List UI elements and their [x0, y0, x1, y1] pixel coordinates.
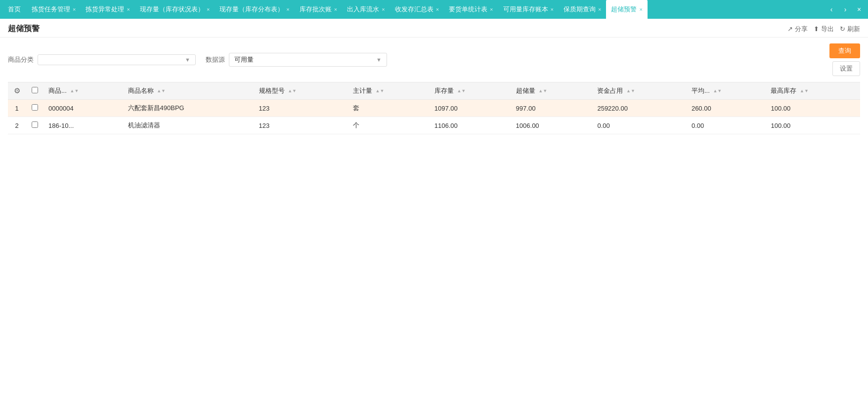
datasource-value: 可用量 — [234, 55, 376, 64]
sort-icon-spec: ▲▼ — [288, 89, 297, 93]
top-navigation: 首页 拣货任务管理 × 拣货异常处理 × 现存量（库存状况表） × 现存量（库存… — [0, 0, 868, 19]
sort-icon-name: ▲▼ — [157, 89, 166, 93]
settings-button[interactable]: 设置 — [832, 61, 860, 76]
row-stock-1: 1106.00 — [430, 117, 511, 134]
share-button[interactable]: ↗ 分享 — [787, 25, 808, 34]
data-table: ⚙ 商品... ▲▼ 商品名称 ▲▼ 规格型号 ▲▼ 主计 — [8, 82, 860, 134]
sort-icon-max-stock: ▲▼ — [800, 89, 809, 93]
close-tab-5[interactable]: × — [382, 6, 385, 12]
nav-tab-7[interactable]: 要货单统计表 × — [444, 0, 498, 19]
category-select[interactable]: ▼ — [38, 54, 196, 65]
table-row: 1 0000004 六配套新昌490BPG 123 套 1097.00 997.… — [8, 100, 860, 117]
page-title: 超储预警 — [8, 24, 40, 34]
nav-tab-0[interactable]: 拣货任务管理 × — [27, 0, 81, 19]
close-tab-1[interactable]: × — [127, 6, 130, 12]
close-tab-10[interactable]: × — [639, 6, 642, 12]
row-avg-0: 260.00 — [687, 100, 766, 117]
th-capital[interactable]: 资金占用 ▲▼ — [592, 82, 686, 100]
th-checkbox[interactable] — [26, 82, 43, 100]
nav-tab-6[interactable]: 收发存汇总表 × — [390, 0, 444, 19]
row-max-stock-1: 100.00 — [766, 117, 860, 134]
row-checkbox-0[interactable] — [26, 100, 43, 117]
row-spec-0: 123 — [254, 100, 348, 117]
gear-icon[interactable]: ⚙ — [14, 86, 20, 95]
header-actions: ↗ 分享 ⬆ 导出 ↻ 刷新 — [787, 25, 860, 34]
row-product-code-1: 186-10... — [43, 117, 123, 134]
row-max-stock-0: 100.00 — [766, 100, 860, 117]
close-tab-0[interactable]: × — [73, 6, 76, 12]
th-max-stock[interactable]: 最高库存 ▲▼ — [766, 82, 860, 100]
nav-tab-8[interactable]: 可用量库存账本 × — [498, 0, 559, 19]
row-checkbox-1[interactable] — [26, 117, 43, 134]
th-product-code[interactable]: 商品... ▲▼ — [43, 82, 123, 100]
row-product-name-0: 六配套新昌490BPG — [123, 100, 254, 117]
close-tab-8[interactable]: × — [551, 6, 554, 12]
close-tab-2[interactable]: × — [207, 6, 210, 12]
sort-icon-overstock: ▲▼ — [538, 89, 547, 93]
sort-icon-avg: ▲▼ — [713, 89, 722, 93]
row-avg-1: 0.00 — [687, 117, 766, 134]
sort-icon-unit: ▲▼ — [376, 89, 385, 93]
row-product-code-0: 0000004 — [43, 100, 123, 117]
export-icon: ⬆ — [814, 25, 819, 33]
th-unit[interactable]: 主计量 ▲▼ — [348, 82, 430, 100]
refresh-button[interactable]: ↻ 刷新 — [840, 25, 860, 34]
nav-tab-5[interactable]: 出入库流水 × — [342, 0, 390, 19]
datasource-select[interactable]: 可用量 ▼ — [229, 53, 387, 67]
sort-icon-capital: ▲▼ — [626, 89, 635, 93]
nav-tab-4[interactable]: 库存批次账 × — [295, 0, 342, 19]
th-spec[interactable]: 规格型号 ▲▼ — [254, 82, 348, 100]
close-tab-4[interactable]: × — [334, 6, 337, 12]
th-gear[interactable]: ⚙ — [8, 82, 26, 100]
row-unit-1: 个 — [348, 117, 430, 134]
sort-icon-stock: ▲▼ — [457, 89, 466, 93]
row-overstock-1: 1006.00 — [511, 117, 593, 134]
select-all-checkbox[interactable] — [32, 87, 38, 93]
nav-home[interactable]: 首页 — [2, 5, 27, 14]
chevron-down-icon-2: ▼ — [376, 57, 382, 63]
th-avg[interactable]: 平均... ▲▼ — [687, 82, 766, 100]
category-label: 商品分类 — [8, 55, 34, 64]
row-unit-0: 套 — [348, 100, 430, 117]
nav-tab-3[interactable]: 现存量（库存分布表） × — [215, 0, 294, 19]
row-capital-0: 259220.00 — [592, 100, 686, 117]
row-num-0: 1 — [8, 100, 26, 117]
close-tab-9[interactable]: × — [598, 6, 601, 12]
sort-icon-code: ▲▼ — [70, 89, 79, 93]
th-product-name[interactable]: 商品名称 ▲▼ — [123, 82, 254, 100]
nav-tab-10[interactable]: 超储预警 × — [606, 0, 647, 19]
refresh-icon: ↻ — [840, 25, 845, 33]
chevron-down-icon: ▼ — [185, 57, 190, 63]
nav-prev-button[interactable]: ‹ — [825, 0, 838, 19]
table-row: 2 186-10... 机油滤清器 123 个 1106.00 1006.00 … — [8, 117, 860, 134]
nav-tab-1[interactable]: 拣货异常处理 × — [81, 0, 134, 19]
row-product-name-1: 机油滤清器 — [123, 117, 254, 134]
close-tab-3[interactable]: × — [286, 6, 289, 12]
nav-arrows: ‹ › × — [825, 0, 866, 19]
nav-tab-2[interactable]: 现存量（库存状况表） × — [135, 0, 215, 19]
row-num-1: 2 — [8, 117, 26, 134]
close-tab-7[interactable]: × — [490, 6, 493, 12]
table-container: ⚙ 商品... ▲▼ 商品名称 ▲▼ 规格型号 ▲▼ 主计 — [0, 82, 868, 134]
row-capital-1: 0.00 — [592, 117, 686, 134]
query-button[interactable]: 查询 — [829, 43, 860, 58]
row-stock-0: 1097.00 — [430, 100, 511, 117]
filter-bar: 商品分类 ▼ 数据源 可用量 ▼ 查询 设置 — [0, 38, 868, 82]
th-overstock[interactable]: 超储量 ▲▼ — [511, 82, 593, 100]
export-button[interactable]: ⬆ 导出 — [814, 25, 834, 34]
th-stock[interactable]: 库存量 ▲▼ — [430, 82, 511, 100]
table-body: 1 0000004 六配套新昌490BPG 123 套 1097.00 997.… — [8, 100, 860, 134]
share-icon: ↗ — [787, 25, 793, 33]
nav-more-button[interactable]: × — [852, 0, 866, 19]
datasource-label: 数据源 — [206, 55, 225, 64]
close-tab-6[interactable]: × — [436, 6, 439, 12]
filter-action-buttons: 查询 设置 — [829, 43, 860, 76]
page-header: 超储预警 ↗ 分享 ⬆ 导出 ↻ 刷新 — [0, 19, 868, 38]
row-overstock-0: 997.00 — [511, 100, 593, 117]
table-header-row: ⚙ 商品... ▲▼ 商品名称 ▲▼ 规格型号 ▲▼ 主计 — [8, 82, 860, 100]
row-spec-1: 123 — [254, 117, 348, 134]
datasource-filter: 数据源 可用量 ▼ — [206, 53, 387, 67]
nav-next-button[interactable]: › — [838, 0, 852, 19]
category-filter: 商品分类 ▼ — [8, 54, 196, 65]
nav-tab-9[interactable]: 保质期查询 × — [559, 0, 606, 19]
